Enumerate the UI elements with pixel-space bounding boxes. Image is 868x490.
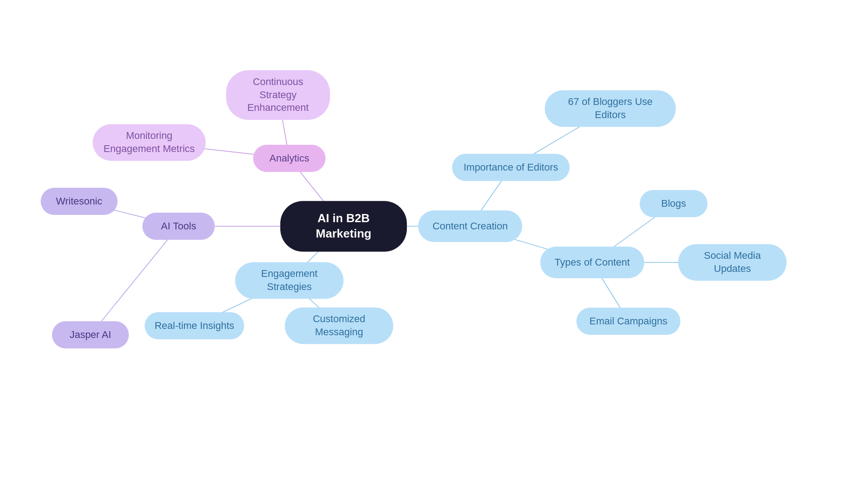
node-types-of-content: Types of Content [540, 247, 644, 278]
node-engagement-strategies: Engagement Strategies [235, 262, 344, 299]
node-blogs: Blogs [640, 190, 708, 217]
node-jasper-ai: Jasper AI [52, 321, 129, 348]
node-monitoring-engagement: Monitoring Engagement Metrics [93, 124, 206, 161]
node-writesonic: Writesonic [41, 188, 118, 215]
mindmap-container: AI in B2B MarketingAnalyticsContinuous S… [0, 0, 868, 490]
node-real-time-insights: Real-time Insights [145, 312, 244, 339]
node-customized-messaging: Customized Messaging [285, 307, 393, 344]
node-content-creation: Content Creation [418, 210, 522, 242]
node-social-media-updates: Social Media Updates [678, 244, 787, 281]
node-importance-of-editors: Importance of Editors [452, 154, 570, 181]
node-continuous-strategy: Continuous Strategy Enhancement [226, 70, 330, 120]
node-email-campaigns: Email Campaigns [576, 308, 680, 335]
center-node: AI in B2B Marketing [280, 201, 407, 252]
node-analytics: Analytics [253, 145, 326, 172]
node-ai-tools: AI Tools [142, 213, 215, 240]
node-bloggers-use-editors: 67 of Bloggers Use Editors [545, 90, 676, 127]
